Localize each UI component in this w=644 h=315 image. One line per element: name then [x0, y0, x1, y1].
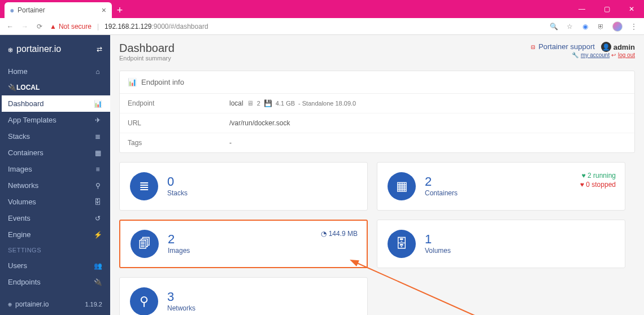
- log-out-link[interactable]: log out: [618, 52, 635, 58]
- sidebar-item-label: Volumes: [8, 198, 36, 206]
- url-separator: |: [97, 23, 99, 30]
- close-icon[interactable]: ×: [102, 6, 106, 15]
- sidebar-item-label: Users: [8, 261, 27, 270]
- my-account-link[interactable]: my account: [581, 52, 610, 58]
- close-window-button[interactable]: ✕: [619, 0, 644, 18]
- row-label: URL: [128, 119, 229, 127]
- info-row-endpoint: Endpoint local 🖥2 💾4.1 GB - Standalone 1…: [120, 94, 634, 113]
- sidebar-item-events[interactable]: Events↺: [0, 210, 110, 226]
- sidebar-item-networks[interactable]: Networks⚲: [0, 177, 110, 194]
- networks-icon: ⚲: [93, 182, 102, 190]
- sidebar-item-images[interactable]: Images≡: [0, 161, 110, 177]
- support-link[interactable]: Portainer support: [538, 42, 595, 51]
- images-icon: ≡: [93, 165, 102, 173]
- heartbeat-icon: ♥: [580, 181, 584, 189]
- user-chip[interactable]: 👤 admin: [601, 42, 635, 52]
- sidebar-settings-header: SETTINGS: [0, 243, 110, 257]
- tab-title: Portainer: [18, 6, 45, 14]
- stacks-label: Stacks: [167, 189, 188, 197]
- sidebar-endpoint-header: 🔌 LOCAL: [0, 80, 110, 95]
- sidebar-item-engine[interactable]: Engine⚡: [0, 226, 110, 243]
- endpoint-name: LOCAL: [16, 84, 40, 91]
- minimize-button[interactable]: —: [569, 0, 594, 18]
- url-host: 192.168.21.129: [105, 23, 151, 30]
- memory-icon: 💾: [264, 99, 272, 107]
- row-label: Tags: [128, 139, 229, 147]
- sidebar-item-stacks[interactable]: Stacks≣: [0, 128, 110, 145]
- tile-volumes[interactable]: 🗄 1 Volumes: [377, 220, 625, 268]
- sidebar-item-app-templates[interactable]: App Templates✈: [0, 112, 110, 128]
- browser-titlebar: ⎈ Portainer × + — ▢ ✕: [0, 0, 644, 18]
- maximize-button[interactable]: ▢: [594, 0, 619, 18]
- back-icon[interactable]: ←: [6, 22, 15, 31]
- sidebar: ⎈ portainer.io ⇄ Home⌂ 🔌 LOCAL Dashboard…: [0, 35, 110, 315]
- new-tab-button[interactable]: +: [112, 2, 128, 18]
- portainer-favicon: ⎈: [10, 7, 14, 14]
- endpoint-name-value: local: [229, 99, 243, 107]
- footer-brand: portainer.io: [15, 300, 49, 308]
- page-title: Dashboard: [119, 42, 175, 55]
- gauge-icon: 📊: [128, 78, 137, 86]
- volumes-count: 1: [425, 233, 451, 246]
- sidebar-item-label: Engine: [8, 230, 31, 239]
- endpoint-info-panel: 📊 Endpoint info Endpoint local 🖥2 💾4.1 G…: [119, 71, 635, 153]
- tile-networks[interactable]: ⚲ 3 Networks: [119, 277, 368, 315]
- tile-images[interactable]: 🗐 2 Images ◔ 144.9 MB: [119, 220, 368, 268]
- stacks-icon: ≣: [93, 133, 102, 141]
- collapse-icon[interactable]: ⇄: [97, 45, 102, 53]
- sidebar-item-containers[interactable]: Containers▦: [0, 145, 110, 161]
- stacks-icon: ≣: [130, 172, 158, 200]
- forward-icon[interactable]: →: [20, 22, 29, 31]
- images-size: 144.9 MB: [329, 230, 358, 238]
- url-value: /var/run/docker.sock: [229, 119, 626, 127]
- panel-header: 📊 Endpoint info: [120, 71, 634, 94]
- images-count: 2: [168, 233, 190, 246]
- sidebar-item-label: Home: [8, 67, 28, 76]
- star-icon[interactable]: ☆: [565, 22, 574, 31]
- endpoints-icon: 🔌: [93, 278, 102, 286]
- not-secure-label: Not secure: [59, 23, 92, 30]
- images-icon: 🗐: [130, 230, 159, 258]
- portainer-logo-icon: ⎈: [8, 300, 12, 308]
- memory-size: 4.1 GB: [276, 100, 295, 107]
- sidebar-item-volumes[interactable]: Volumes🗄: [0, 194, 110, 210]
- sidebar-item-endpoints[interactable]: Endpoints🔌: [0, 274, 110, 290]
- version-label: 1.19.2: [85, 301, 102, 308]
- browser-tab[interactable]: ⎈ Portainer ×: [5, 2, 112, 18]
- row-label: Endpoint: [128, 99, 229, 107]
- sidebar-item-label: Dashboard: [8, 99, 44, 108]
- images-label: Images: [168, 247, 190, 255]
- sidebar-item-label: Endpoints: [8, 278, 41, 286]
- sidebar-menu: Home⌂ 🔌 LOCAL Dashboard📊 App Templates✈ …: [0, 63, 110, 294]
- shield-icon[interactable]: ⛨: [597, 22, 606, 31]
- endpoint-mode: - Standalone 18.09.0: [298, 100, 356, 107]
- warning-icon: ▲: [50, 23, 56, 30]
- heartbeat-icon: ♥: [581, 172, 585, 180]
- brand-logo[interactable]: ⎈ portainer.io ⇄: [0, 35, 110, 63]
- url-display[interactable]: 192.168.21.129:9000/#/dashboard: [105, 23, 208, 30]
- tile-stacks[interactable]: ≣ 0 Stacks: [119, 162, 368, 211]
- sidebar-item-label: App Templates: [8, 116, 56, 124]
- sidebar-item-dashboard[interactable]: Dashboard📊: [0, 95, 110, 112]
- panel-title: Endpoint info: [141, 78, 184, 86]
- tile-containers[interactable]: ▦ 2 Containers ♥ 2 running ♥ 0 stopped: [377, 162, 625, 211]
- url-path: :9000/#/dashboard: [151, 23, 208, 30]
- search-icon[interactable]: 🔍: [549, 22, 558, 31]
- info-row-tags: Tags -: [120, 133, 634, 152]
- page-subtitle: Endpoint summary: [119, 55, 175, 62]
- running-count: 2 running: [588, 172, 616, 180]
- networks-icon: ⚲: [130, 287, 158, 315]
- stacks-count: 0: [167, 176, 188, 188]
- volumes-icon: 🗄: [93, 198, 102, 206]
- networks-label: Networks: [167, 304, 195, 312]
- not-secure-badge[interactable]: ▲ Not secure: [50, 23, 92, 30]
- profile-avatar[interactable]: [612, 21, 623, 32]
- menu-icon[interactable]: ⋮: [629, 22, 638, 31]
- sidebar-item-label: Events: [8, 214, 31, 222]
- cpu-count: 2: [257, 100, 260, 107]
- username: admin: [613, 43, 635, 51]
- extension-icon[interactable]: ◉: [581, 22, 590, 31]
- sidebar-item-users[interactable]: Users👥: [0, 257, 110, 274]
- reload-icon[interactable]: ⟳: [35, 22, 44, 31]
- sidebar-item-home[interactable]: Home⌂: [0, 63, 110, 80]
